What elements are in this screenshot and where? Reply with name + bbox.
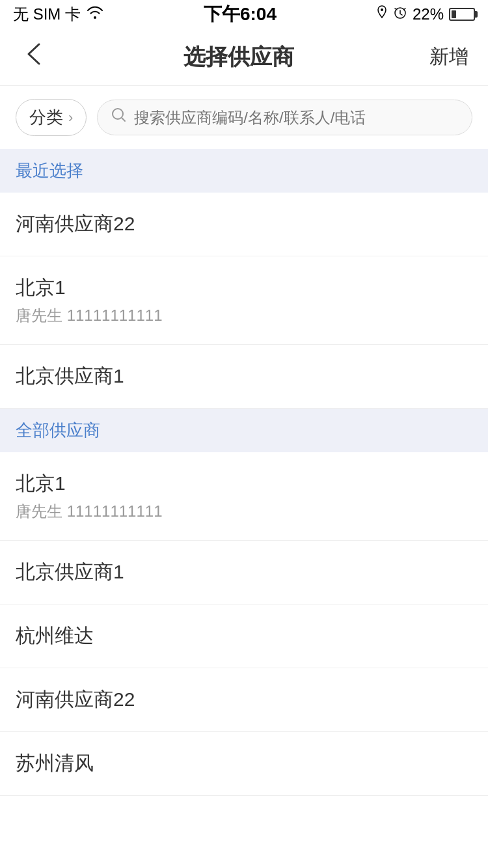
nav-bar: 选择供应商 新增 (0, 29, 488, 86)
all-items-list: 北京1唐先生 11111111111北京供应商1杭州维达河南供应商22苏州清风 (0, 452, 488, 796)
search-icon (111, 107, 128, 128)
list-item[interactable]: 北京1唐先生 11111111111 (0, 256, 488, 345)
search-input[interactable] (134, 109, 459, 127)
list-item[interactable]: 北京1唐先生 11111111111 (0, 452, 488, 541)
supplier-name: 苏州清风 (16, 750, 472, 777)
list-item[interactable]: 杭州维达 (0, 604, 488, 668)
wifi-icon (86, 5, 104, 23)
status-time: 下午6:04 (204, 2, 277, 27)
supplier-name: 北京供应商1 (16, 559, 472, 586)
list-item[interactable]: 北京供应商1 (0, 541, 488, 604)
recent-section-header: 最近选择 (0, 149, 488, 193)
add-button[interactable]: 新增 (429, 44, 468, 70)
alarm-icon (393, 5, 407, 23)
back-button[interactable] (20, 35, 48, 79)
status-right: 22% (376, 5, 475, 23)
supplier-name: 北京1 (16, 470, 472, 497)
filter-bar: 分类 › (0, 86, 488, 149)
supplier-name: 河南供应商22 (16, 211, 472, 237)
list-item[interactable]: 河南供应商22 (0, 668, 488, 732)
supplier-name: 河南供应商22 (16, 686, 472, 713)
all-section-header: 全部供应商 (0, 409, 488, 452)
search-box (97, 100, 472, 135)
supplier-detail: 唐先生 11111111111 (16, 305, 472, 326)
page-title: 选择供应商 (183, 42, 294, 72)
all-section-label: 全部供应商 (16, 420, 100, 440)
recent-items-list: 河南供应商22北京1唐先生 11111111111北京供应商1 (0, 193, 488, 409)
svg-point-0 (381, 8, 383, 11)
category-label: 分类 (29, 106, 63, 129)
supplier-name: 北京1 (16, 275, 472, 301)
recent-section-label: 最近选择 (16, 161, 83, 180)
supplier-name: 杭州维达 (16, 623, 472, 649)
battery-icon (449, 8, 475, 21)
list-item[interactable]: 河南供应商22 (0, 193, 488, 256)
list-item[interactable]: 苏州清风 (0, 732, 488, 796)
status-left: 无 SIM 卡 (13, 4, 104, 25)
no-sim-text: 无 SIM 卡 (13, 4, 81, 25)
list-item[interactable]: 北京供应商1 (0, 345, 488, 409)
status-bar: 无 SIM 卡 下午6:04 22% (0, 0, 488, 29)
supplier-detail: 唐先生 11111111111 (16, 501, 472, 522)
chevron-right-icon: › (68, 109, 73, 126)
location-icon (376, 5, 388, 23)
supplier-name: 北京供应商1 (16, 363, 472, 390)
category-button[interactable]: 分类 › (16, 99, 87, 136)
battery-percent: 22% (413, 5, 444, 23)
